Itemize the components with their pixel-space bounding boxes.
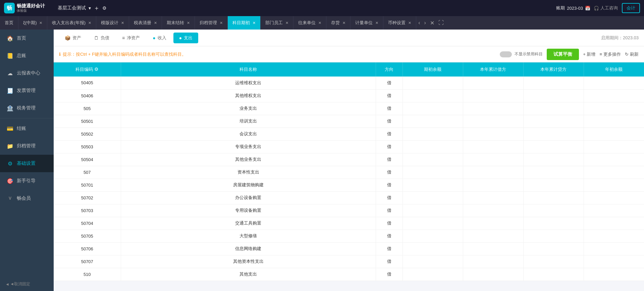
tab-subject-init[interactable]: 科目期初 ✕ [228,16,261,30]
table-row[interactable]: 505 业务支出 借 [54,102,644,115]
tab-tax[interactable]: 税表清册 ✕ [129,16,162,30]
sidebar-item-home[interactable]: 🏠 首页 [0,30,54,47]
sidebar-item-settlement[interactable]: 💳 结账 [0,120,54,137]
tab-close-subject[interactable]: ✕ [253,21,256,25]
more-button[interactable]: ≡ 更多操作 [599,51,621,57]
table-body: 50405 运维维权支出 借 50406 其他维权支出 借 505 业务支出 借… [54,77,644,281]
invoice-icon: 🧾 [7,88,13,94]
tab-close-tax[interactable]: ✕ [154,21,157,25]
cell-direction: 借 [376,140,402,153]
table-row[interactable]: 50702 办公设备购置 借 [54,191,644,204]
table-row[interactable]: 50707 其他资本性支出 借 [54,255,644,268]
tab-unit[interactable]: 计量单位 ✕ [351,16,383,30]
table-row[interactable]: 50703 专用设备购置 借 [54,204,644,217]
balance-button[interactable]: 试算平衡 [547,49,579,60]
tab-inventory[interactable]: 存货 ✕ [326,16,351,30]
tab-home[interactable]: 首页 [0,16,18,30]
cell-balance [402,204,463,217]
tab-close-contacts[interactable]: ✕ [318,21,321,25]
filter-tab-expenditure[interactable]: ● 支出 [173,33,198,43]
tab-nav-right[interactable]: › [422,20,428,26]
tab-period-transfer[interactable]: 期末结转 ✕ [162,16,195,30]
table-row[interactable]: 50705 大型修缮 借 [54,230,644,242]
table-row[interactable]: 510 其他支出 借 [54,268,644,281]
table-row[interactable]: 50704 交通工具购置 借 [54,217,644,230]
support-button[interactable]: 🎧 人工咨询 [594,5,618,11]
cell-debit [463,268,523,281]
tab-currency[interactable]: 币种设置 ✕ [383,16,416,30]
table-row[interactable]: 50405 运维维权支出 借 [54,77,644,89]
tab-contacts[interactable]: 往来单位 ✕ [293,16,326,30]
sidebar-item-guide[interactable]: 🎯 新手引导 [0,172,54,190]
cell-balance [402,153,463,166]
disable-toggle[interactable]: 不显示禁用科目 [500,51,543,57]
tab-close-dept[interactable]: ✕ [285,21,288,25]
cancel-fixed-button[interactable]: ◄ ◄取消固定 [0,277,54,291]
expenditure-icon: ● [179,35,182,41]
add-company-icon[interactable]: ＋ [94,4,100,12]
period-calendar-icon[interactable]: 📅 [585,6,590,11]
table-row[interactable]: 50406 其他维权支出 借 [54,89,644,102]
filter-tab-asset[interactable]: 📦 资产 [59,33,87,43]
tab-close-period[interactable]: ✕ [187,21,190,25]
tab-template[interactable]: 模版设计 ✕ [96,16,129,30]
filter-tab-liability[interactable]: 🗒 负债 [88,33,115,43]
tab-nav-left[interactable]: ‹ [416,20,422,26]
sidebar-item-tax[interactable]: 🏦 税务管理 [0,99,54,117]
company-name[interactable]: 基层工会测试 ▾ ＋ ⚙ [58,4,553,12]
settings-icon[interactable]: ⚙ [102,5,107,11]
cell-balance [402,77,463,89]
toggle-control[interactable] [500,51,512,57]
tab-close-template[interactable]: ✕ [121,21,124,25]
cell-credit [523,128,584,140]
table-row[interactable]: 50706 信息网络购建 借 [54,242,644,255]
tab-close-archive[interactable]: ✕ [220,21,223,25]
cell-debit [463,191,523,204]
tab-close-inventory[interactable]: ✕ [342,21,345,25]
sidebar-item-settings[interactable]: ⚙ 基础设置 [0,155,54,172]
headset-icon: 🎧 [594,6,599,11]
table-row[interactable]: 50701 房屋建筑物购建 借 [54,179,644,191]
tab-annual[interactable]: 收入支出表(年报) ✕ [47,16,96,30]
col-header-balance: 期初余额 [402,62,463,77]
table-row[interactable]: 507 资本性支出 借 [54,166,644,179]
sidebar-item-member[interactable]: V 畅会员 [0,190,54,207]
account-button[interactable]: 会计 [622,3,640,13]
cell-debit [463,179,523,191]
cell-balance [402,230,463,242]
sidebar-item-invoice[interactable]: 🧾 发票管理 [0,82,54,99]
action-bar: ℹ 提示：按Ctrl + F键并输入科目编码或者科目名称可以查找科目。 不显示禁… [54,46,644,62]
cell-direction: 借 [376,242,402,255]
cell-direction: 借 [376,128,402,140]
refresh-button[interactable]: ↻ 刷新 [625,51,639,57]
filter-tab-equity[interactable]: ≡ 净资产 [116,33,146,43]
cell-name: 其他维权支出 [121,89,376,102]
tab-close-annual[interactable]: ✕ [88,21,91,25]
company-dropdown-icon[interactable]: ▾ [89,5,91,11]
tab-archive[interactable]: 归档管理 ✕ [195,16,228,30]
sidebar-item-archive[interactable]: 📁 归档管理 [0,137,54,155]
cell-debit [463,204,523,217]
table-row[interactable]: 50502 会议支出 借 [54,128,644,140]
tab-close-mid[interactable]: ✕ [39,21,42,25]
sidebar-item-reports[interactable]: ☁ 云报表中心 [0,64,54,82]
table-row[interactable]: 50501 培训支出 借 [54,115,644,128]
table-row[interactable]: 50504 其他业务支出 借 [54,153,644,166]
tab-close-all-icon[interactable]: ✕ [428,20,436,26]
filter-tabs: 📦 资产 🗒 负债 ≡ 净资产 ● 收入 ● 支出 启用期间：2023.03 [54,30,644,46]
tab-expand-icon[interactable]: ⛶ [436,20,446,26]
cell-direction: 借 [376,166,402,179]
column-settings-icon[interactable]: ⚙ [94,66,99,72]
tab-dept[interactable]: 部门员工 ✕ [261,16,293,30]
cell-name: 资本性支出 [121,166,376,179]
col-header-credit: 本年累计贷方 [523,62,584,77]
filter-tab-income[interactable]: ● 收入 [147,33,172,43]
data-table: 科目编码 ⚙ 科目名称 方向 期初余额 本年累计借方 本年累计贷方 年初余额 5… [54,62,644,281]
new-button[interactable]: + 新增 [583,51,595,57]
cell-year-balance [584,102,644,115]
sidebar-item-ledger[interactable]: 📒 总账 [0,47,54,64]
tab-mid[interactable]: ξ(中期) ✕ [18,16,47,30]
table-row[interactable]: 50503 专项业务支出 借 [54,140,644,153]
tab-close-currency[interactable]: ✕ [408,21,411,25]
tab-close-unit[interactable]: ✕ [375,21,378,25]
